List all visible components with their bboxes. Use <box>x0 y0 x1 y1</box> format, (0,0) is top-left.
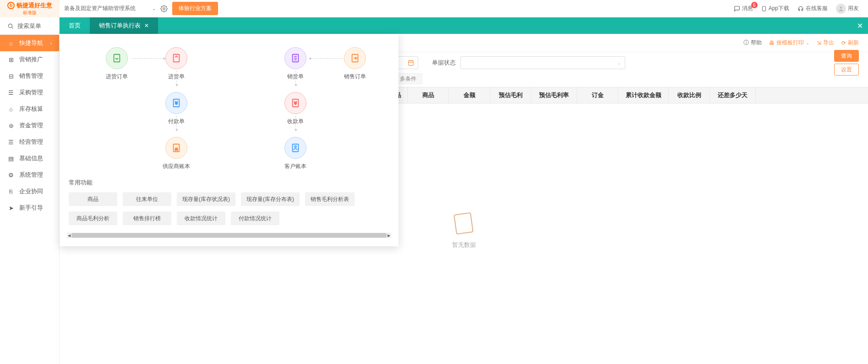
sidebar-item-10[interactable]: ➤ 新手引导 <box>0 200 59 216</box>
column-header[interactable]: 累计收款金额 <box>618 87 669 103</box>
tab-label: 首页 <box>69 22 81 30</box>
ledger-icon: 供 <box>165 137 187 159</box>
org-selector[interactable]: 装备及固定资产辅助管理系统 ⌄ <box>64 5 156 12</box>
nav-icon: ⌂ <box>7 106 15 113</box>
export-label: 导出 <box>823 39 834 47</box>
chevron-right-icon: › <box>50 41 52 46</box>
sidebar-item-3[interactable]: ☰ 采购管理 <box>0 84 59 101</box>
svg-text:供: 供 <box>175 147 178 150</box>
status-label: 单据状态 <box>432 59 456 67</box>
flow-payment[interactable]: ¥ 付款单 <box>165 92 188 125</box>
sidebar-search[interactable]: 搜索菜单 <box>0 17 59 35</box>
scroll-right-icon: ▶ <box>387 233 391 238</box>
sidebar: 搜索菜单 ⌂ 快捷导航 ›⊞ 营销推广 ⊟ 销售管理 ☰ 采购管理 ⌂ 库存核算 <box>0 17 60 364</box>
doc-icon <box>344 47 366 69</box>
common-fn-button[interactable]: 往来单位 <box>123 192 171 206</box>
panel-scrollbar[interactable]: ◀ ▶ <box>67 233 391 238</box>
query-button[interactable]: 查询 <box>834 50 859 62</box>
refresh-button[interactable]: ⟳ 刷新 <box>841 39 859 47</box>
app-download-link[interactable]: App下载 <box>761 5 789 12</box>
app-download-label: App下载 <box>769 5 789 12</box>
common-fn-button[interactable]: 现存量(库存状况表) <box>177 192 235 206</box>
print-template-button[interactable]: 🖶 按模板打印 ⌄ <box>769 39 809 47</box>
nav-icon: ▤ <box>7 155 15 162</box>
tab-1[interactable]: 销售订单执行表✕ <box>90 17 158 34</box>
nav-label: 营销推广 <box>19 55 43 64</box>
flow-purchase-receipt[interactable]: 进货单 <box>165 47 188 81</box>
nav-label: 库存核算 <box>19 105 43 113</box>
help-label: 帮助 <box>751 39 762 47</box>
sidebar-item-8[interactable]: ⚙ 系统管理 <box>0 167 59 183</box>
tab-label: 销售订单执行表 <box>99 22 141 30</box>
doc-icon: ¥ <box>165 92 187 114</box>
nav-label: 经营管理 <box>19 138 43 146</box>
sidebar-item-0[interactable]: ⌂ 快捷导航 › <box>0 35 59 51</box>
sidebar-item-7[interactable]: ▤ 基础信息 <box>0 150 59 167</box>
user-menu[interactable]: 用友 <box>836 4 859 14</box>
help-link[interactable]: ⓘ 帮助 <box>743 39 762 47</box>
messages-link[interactable]: 消息 6 <box>734 5 753 12</box>
sidebar-item-6[interactable]: ☰ 经营管理 <box>0 134 59 150</box>
flow-row-1: 进货订单 进货单 销货单 销售订单 <box>60 43 399 84</box>
doc-icon <box>106 47 128 69</box>
gear-icon[interactable] <box>160 5 168 12</box>
close-all-tabs[interactable]: ✕ <box>852 17 868 34</box>
common-fn-button[interactable]: 付款情况统计 <box>231 212 279 225</box>
flow-receipt[interactable]: ¥ 收款单 <box>284 92 307 125</box>
tabs-bar: 首页销售订单执行表✕ ✕ <box>60 17 868 34</box>
org-name: 装备及固定资产辅助管理系统 <box>64 5 136 12</box>
nav-icon: ⎘ <box>7 188 15 195</box>
common-fn-button[interactable]: 销售毛利分析表 <box>305 192 355 206</box>
scroll-thumb[interactable] <box>71 233 387 238</box>
flow-supplier-ledger[interactable]: 供 供应商账本 <box>165 137 188 170</box>
print-label: 按模板打印 <box>776 39 804 47</box>
nav-label: 系统管理 <box>19 171 43 179</box>
calendar-icon <box>408 60 414 66</box>
nav-icon: ⊟ <box>7 73 15 80</box>
common-fn-button[interactable]: 商品 <box>69 192 117 206</box>
flow-customer-ledger[interactable]: 客户账本 <box>284 137 307 170</box>
sidebar-item-9[interactable]: ⎘ 企业协同 <box>0 183 59 200</box>
chevron-down-icon: ⌄ <box>152 6 156 11</box>
message-icon <box>734 5 740 12</box>
flow-sales-invoice[interactable]: 销货单 <box>284 47 307 81</box>
column-header[interactable]: 预估毛利 <box>490 87 531 103</box>
chevron-down-icon: ⌄ <box>806 40 809 45</box>
scroll-left-icon: ◀ <box>67 233 71 238</box>
common-fn-button[interactable]: 销售排行榜 <box>123 212 171 225</box>
column-header[interactable]: 预估毛利率 <box>531 87 577 103</box>
svg-point-3 <box>840 6 842 9</box>
svg-point-24 <box>295 146 296 147</box>
sidebar-item-1[interactable]: ⊞ 营销推广 <box>0 51 59 68</box>
ledger-icon <box>284 137 306 159</box>
close-icon[interactable]: ✕ <box>144 22 149 29</box>
column-header[interactable]: 收款比例 <box>669 87 710 103</box>
nav-icon: ⚙ <box>7 172 15 179</box>
support-label: 在线客服 <box>806 5 828 12</box>
nav-label: 快捷导航 <box>19 39 43 47</box>
tab-0[interactable]: 首页 <box>60 17 90 34</box>
common-fn-button[interactable]: 收款情况统计 <box>177 212 225 225</box>
sidebar-item-2[interactable]: ⊟ 销售管理 <box>0 68 59 84</box>
flow-sales-order[interactable]: 销售订单 <box>344 47 366 81</box>
empty-illustration-icon <box>450 209 478 236</box>
column-header[interactable]: 金额 <box>449 87 490 103</box>
doc-icon <box>165 47 187 69</box>
nav-icon: ☰ <box>7 139 15 146</box>
export-button[interactable]: ⇲ 导出 <box>817 39 834 47</box>
status-select[interactable]: ⌄ <box>460 56 625 69</box>
cta-button[interactable]: 体验行业方案 <box>172 2 218 15</box>
doc-icon <box>284 47 306 69</box>
column-header[interactable]: 订金 <box>577 87 618 103</box>
support-link[interactable]: 在线客服 <box>797 5 828 12</box>
column-header[interactable]: 商品 <box>408 87 449 103</box>
common-fn-button[interactable]: 现存量(库存分布表) <box>241 192 300 206</box>
settings-button[interactable]: 设置 <box>834 64 859 76</box>
sidebar-item-5[interactable]: ⊚ 资金管理 <box>0 117 59 134</box>
column-header[interactable]: 还差多少天 <box>710 87 756 103</box>
nav-label: 新手引导 <box>19 204 43 212</box>
common-fn-button[interactable]: 商品毛利分析 <box>69 212 117 225</box>
sidebar-item-4[interactable]: ⌂ 库存核算 <box>0 101 59 117</box>
help-icon: ⓘ <box>743 39 749 47</box>
flow-purchase-order[interactable]: 进货订单 <box>105 47 128 81</box>
